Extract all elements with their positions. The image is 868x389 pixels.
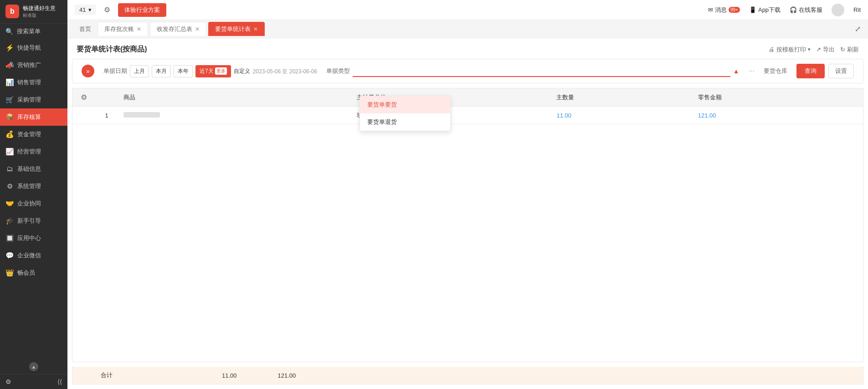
sidebar-bottom: ⚙ ⟨⟨ [0,374,67,389]
tab-expand-btn[interactable]: ⤢ [855,25,861,33]
print-label: 按模板打印 [776,46,806,54]
footer-amount: 121.00 [278,372,296,379]
logo-icon: b [5,5,19,18]
date-range: 2023-05-06 至 2023-06-06 [253,68,317,76]
tab-order-stats[interactable]: 要货单统计表 ✕ [208,22,265,36]
table-header-row: ⚙ 商品 主计量单位 主数量 零售金额 [72,88,863,107]
refresh-btn[interactable]: ↻ 刷新 [840,46,859,54]
tab-home[interactable]: 首页 [75,22,96,36]
tab-receive-summary-close[interactable]: ✕ [195,26,200,32]
nav-label: 企业微信 [17,251,41,260]
sidebar-item-guide[interactable]: 🎓 新手引导 [0,212,67,230]
cell-qty: 11.00 [551,107,692,124]
sidebar-item-apps[interactable]: 🔲 应用中心 [0,230,67,247]
phone-icon: 📱 [749,6,756,13]
customer-service-label: 在线客服 [799,6,822,14]
inventory-icon: 📦 [5,113,14,121]
sidebar-item-operation[interactable]: 📈 经营管理 [0,143,67,160]
filter-warehouse-group: 要货仓库 [764,67,787,75]
tab-home-label: 首页 [79,25,91,33]
refresh-label: 刷新 [847,46,859,54]
topbar-settings-btn[interactable]: ⚙ [101,4,113,16]
sidebar-item-inventory[interactable]: 📦 库存核算 [0,108,67,126]
filter-more-btn[interactable]: ··· [749,67,755,75]
sidebar-item-base[interactable]: 🗂 基础信息 [0,160,67,178]
query-btn[interactable]: 查询 [796,64,825,78]
nav-label: 经营管理 [17,148,41,156]
sidebar-item-purchase[interactable]: 🛒 采购管理 [0,91,67,108]
data-table: ⚙ 商品 主计量单位 主数量 零售金额 1 [72,88,863,124]
base-icon: 🗂 [5,165,14,173]
date-current-btn[interactable]: 本月 [152,65,171,77]
sidebar-item-system[interactable]: ⚙ 系统管理 [0,178,67,195]
logo-sub: 标准版 [23,12,56,19]
marketing-icon: 📣 [5,61,14,69]
footer-qty: 11.00 [222,372,237,379]
settings-icon[interactable]: ⚙ [5,378,11,385]
col-settings-icon: ⚙ [81,93,87,102]
message-btn[interactable]: ✉ 消息 99+ [708,6,740,14]
sidebar-item-quick-nav[interactable]: ⚡ 快捷导航 [0,39,67,56]
nav-label: 畅会员 [17,269,35,277]
trial-btn[interactable]: 体验行业方案 [118,3,166,17]
apps-icon: 🔲 [5,234,14,242]
sidebar-item-wechat[interactable]: 💬 企业微信 [0,247,67,264]
page-header: 要货单统计表(按商品) 🖨 按模板打印 ▾ ↗ 导出 ↻ 刷新 [67,38,868,59]
dropdown-item-purchase-return[interactable]: 要货单退货 [360,113,450,131]
type-input[interactable] [353,66,730,77]
header-actions: 🖨 按模板打印 ▾ ↗ 导出 ↻ 刷新 [769,46,859,54]
tab-receive-summary-label: 收发存汇总表 [157,25,192,33]
filter-expand-btn[interactable]: » [82,65,94,77]
col-amount: 零售金额 [693,88,863,107]
table-wrapper: ⚙ 商品 主计量单位 主数量 零售金额 1 [72,88,863,362]
quick-nav-icon: ⚡ [5,44,14,52]
cell-product [118,107,351,124]
date-year-btn[interactable]: 本年 [174,65,193,77]
nav-label: 新手引导 [17,217,41,225]
col-settings[interactable]: ⚙ [72,88,95,107]
sidebar-item-marketing[interactable]: 📣 营销推广 [0,56,67,74]
sidebar-item-finance[interactable]: 💰 资金管理 [0,126,67,143]
date-label: 单据日期 [103,67,127,75]
nav-label: 采购管理 [17,96,41,104]
filter-settings-btn[interactable]: 设置 [828,64,854,78]
type-chevron-up-icon[interactable]: ▲ [733,67,740,75]
customer-service-btn[interactable]: 🎧 在线客服 [790,6,822,14]
sidebar-item-sales[interactable]: 📊 销售管理 [0,74,67,91]
app-download-label: App下载 [758,6,781,14]
message-badge: 99+ [729,7,740,13]
cooperation-icon: 🤝 [5,200,14,208]
sidebar-item-member[interactable]: 👑 畅会员 [0,264,67,282]
print-btn[interactable]: 🖨 按模板打印 ▾ [769,46,811,54]
sidebar-search[interactable]: 🔍 搜索菜单 [0,24,67,39]
tab-receive-summary[interactable]: 收发存汇总表 ✕ [150,22,206,36]
product-placeholder [123,112,160,118]
cell-settings [72,107,95,124]
date-custom-btn[interactable]: 自定义 [234,67,250,75]
collapse-icon[interactable]: ⟨⟨ [57,378,62,385]
date-up-btn[interactable]: 上月 [130,65,149,77]
store-selector[interactable]: 41 ▾ [75,5,96,15]
export-btn[interactable]: ↗ 导出 [816,46,835,54]
col-product: 商品 [118,88,351,107]
filter-type-group: 单据类型 ▲ [326,66,740,77]
nav-label: 营销推广 [17,61,41,69]
scroll-down-btn[interactable]: ▲ [29,362,38,371]
store-number: 41 [79,6,86,13]
dropdown-item-purchase-order[interactable]: 要货单要货 [360,96,450,113]
nav-label: 系统管理 [17,182,41,190]
tab-order-stats-close[interactable]: ✕ [253,26,258,32]
cell-rownum: 1 [95,107,118,124]
sales-icon: 📊 [5,78,14,87]
date-recent-btn[interactable]: 近7天 更多 [195,65,231,77]
user-avatar[interactable] [832,4,844,16]
type-label: 单据类型 [326,67,350,75]
tab-inventory-batch[interactable]: 库存批次账 ✕ [98,22,148,36]
page-title: 要货单统计表(按商品) [77,45,147,54]
tab-inventory-batch-close[interactable]: ✕ [137,26,141,32]
col-rownum [95,88,118,107]
sidebar-item-cooperation[interactable]: 🤝 企业协同 [0,195,67,212]
app-download-btn[interactable]: 📱 App下载 [749,6,781,14]
chevron-down-icon: ▾ [88,6,92,13]
footer-label: 合计 [101,371,113,379]
